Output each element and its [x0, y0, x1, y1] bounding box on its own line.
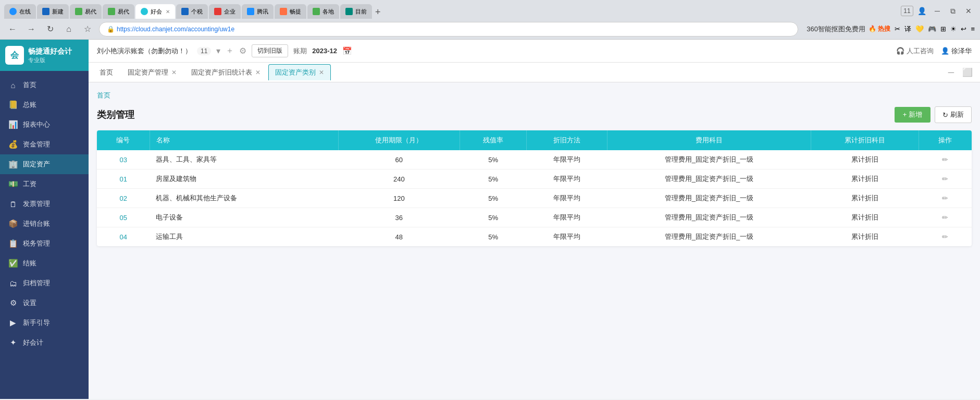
edit-icon-3[interactable]: ✏: [942, 213, 948, 222]
edit-icon-0[interactable]: ✏: [942, 155, 948, 164]
tab-close-asset-category[interactable]: ✕: [319, 69, 324, 76]
consult-button[interactable]: 🎧 人工咨询: [896, 46, 934, 56]
wallet-icon[interactable]: 💛: [915, 25, 924, 33]
browser-tab-muqian[interactable]: 目前: [340, 4, 372, 19]
sidebar-item-home[interactable]: ⌂ 首页: [0, 75, 89, 95]
tab-minimize-button[interactable]: ─: [945, 67, 957, 78]
home-button[interactable]: ⌂: [61, 22, 76, 37]
profile-icon[interactable]: 👤: [914, 5, 929, 17]
back-button[interactable]: ←: [5, 22, 20, 37]
brightness-icon[interactable]: ☀: [950, 25, 957, 33]
app-tab-depreciation-table[interactable]: 固定资产折旧统计表 ✕: [184, 64, 267, 80]
edit-icon-4[interactable]: ✏: [942, 233, 948, 241]
row-expense-2: 管理费用_固定资产折旧_一级: [607, 189, 811, 208]
tab-label-zaixin: 在线: [19, 8, 31, 16]
tab-label-gedi: 各地: [322, 8, 334, 16]
app-tab-fixed-asset-mgmt[interactable]: 固定资产管理 ✕: [121, 64, 183, 80]
row-action-4: ✏: [919, 227, 972, 247]
sidebar-item-ledger[interactable]: 📒 总账: [0, 95, 89, 115]
translate-icon[interactable]: 译: [904, 25, 911, 34]
browser-tab-tencent[interactable]: 腾讯: [242, 4, 274, 19]
sidebar-item-fund[interactable]: 💰 资金管理: [0, 135, 89, 154]
url-bar[interactable]: 🔒 https://cloud.chanjet.com/accounting/u…: [99, 22, 798, 37]
refresh-button[interactable]: ↻ 刷新: [935, 106, 972, 123]
table-row: 01 房屋及建筑物 240 5% 年限平均 管理费用_固定资产折旧_一级 累计折…: [97, 169, 972, 189]
row-code-2[interactable]: 02: [97, 189, 150, 208]
row-code-3[interactable]: 05: [97, 208, 150, 227]
tab-label-qiye: 企业: [224, 8, 235, 16]
app-tab-asset-category[interactable]: 固定资产类别 ✕: [268, 64, 331, 80]
browser-tab-yidai2[interactable]: 易代: [103, 4, 134, 19]
game-icon[interactable]: 🎮: [928, 25, 936, 33]
restore-button[interactable]: ⧉: [946, 5, 960, 17]
tab-close-fixed-asset-mgmt[interactable]: ✕: [171, 69, 177, 76]
tab-close-haokuai[interactable]: ✕: [166, 9, 170, 15]
sidebar-item-fixed-asset[interactable]: 🏢 固定资产: [0, 154, 89, 174]
browser-tab-yidai1[interactable]: 易代: [70, 4, 102, 19]
browser-tab-zaixin[interactable]: 在线: [4, 4, 36, 19]
user-count-badge: 11: [197, 47, 211, 55]
search-label: 360智能抠图免费用: [807, 25, 865, 34]
scissors-icon[interactable]: ✂: [895, 25, 900, 33]
menu-icon[interactable]: ≡: [971, 25, 975, 33]
calendar-icon[interactable]: 📅: [342, 46, 352, 56]
forward-button[interactable]: →: [24, 22, 39, 37]
sidebar-label-guide: 新手引导: [23, 318, 50, 328]
dropdown-arrow-icon[interactable]: ▾: [216, 46, 220, 56]
sidebar-item-archive[interactable]: 🗂 归档管理: [0, 273, 89, 293]
col-header-code: 编号: [97, 130, 150, 150]
logo-symbol: 会: [10, 50, 19, 61]
sidebar-item-guide[interactable]: ▶ 新手引导: [0, 313, 89, 333]
browser-tab-getax[interactable]: 个税: [176, 4, 208, 19]
bookmark-button[interactable]: ☆: [80, 22, 95, 37]
close-window-button[interactable]: ✕: [961, 5, 976, 17]
sidebar-item-tax[interactable]: 📋 税务管理: [0, 234, 89, 253]
tab-maximize-button[interactable]: ⬜: [959, 66, 976, 78]
tab-favicon-gedi: [313, 8, 320, 15]
add-button[interactable]: + 新增: [895, 107, 931, 123]
browser-tab-gedi[interactable]: 各地: [307, 4, 339, 19]
tab-close-depreciation-table[interactable]: ✕: [255, 69, 260, 76]
tabs-window-controls: ─ ⬜: [945, 66, 976, 78]
sidebar-item-settings[interactable]: ⚙ 设置: [0, 293, 89, 313]
user-info: 刘小艳演示账套（勿删勿动！）: [97, 46, 192, 56]
row-method-3: 年限平均: [527, 208, 607, 227]
switch-old-version-button[interactable]: 切到旧版: [252, 44, 288, 57]
edit-icon-1[interactable]: ✏: [942, 175, 948, 183]
row-code-0[interactable]: 03: [97, 150, 150, 169]
undo-icon[interactable]: ↩: [961, 25, 966, 33]
sidebar-item-stock[interactable]: 📦 进销台账: [0, 214, 89, 234]
browser-tab-xinjian[interactable]: 新建: [37, 4, 69, 19]
stock-icon: 📦: [8, 219, 18, 228]
app-tab-home[interactable]: 首页: [93, 64, 120, 80]
col-header-accumulated: 累计折旧科目: [811, 130, 919, 150]
reload-button[interactable]: ↻: [43, 22, 57, 37]
report-icon: 📊: [8, 120, 18, 129]
minimize-button[interactable]: ─: [930, 5, 945, 17]
user-avatar-icon: 👤: [941, 47, 949, 55]
category-table: 编号 名称 使用期限（月） 残值率 折旧方法 费用科目 累计折旧科目 操作 03…: [97, 130, 972, 246]
sidebar-label-settings: 设置: [23, 298, 36, 308]
breadcrumb-home[interactable]: 首页: [97, 91, 110, 100]
sidebar-item-payroll[interactable]: 💵 工资: [0, 174, 89, 194]
row-code-4[interactable]: 04: [97, 227, 150, 247]
row-action-1: ✏: [919, 169, 972, 189]
user-profile-button[interactable]: 👤 徐泽华: [941, 46, 972, 56]
row-expense-4: 管理费用_固定资产折旧_一级: [607, 227, 811, 247]
sidebar-item-checkout[interactable]: ✅ 结账: [0, 253, 89, 273]
row-code-1[interactable]: 01: [97, 169, 150, 189]
edit-icon-2[interactable]: ✏: [942, 194, 948, 202]
browser-tab-haokuai[interactable]: 好会 ✕: [135, 4, 175, 19]
browser-tab-qiye[interactable]: 企业: [209, 4, 241, 19]
home-icon: ⌂: [8, 80, 18, 90]
row-residual-1: 5%: [460, 169, 527, 189]
new-tab-button[interactable]: +: [373, 7, 383, 18]
tab-label-muqian: 目前: [355, 8, 367, 16]
settings-cog-icon[interactable]: ⚙: [239, 46, 246, 56]
sidebar-item-invoice[interactable]: 🗒 发票管理: [0, 194, 89, 214]
add-account-icon[interactable]: ＋: [226, 45, 234, 56]
grid-icon[interactable]: ⊞: [940, 25, 946, 33]
sidebar-item-extra[interactable]: ✦ 好会计: [0, 333, 89, 353]
browser-tab-changte[interactable]: 畅提: [275, 4, 306, 19]
sidebar-item-report[interactable]: 📊 报表中心: [0, 115, 89, 135]
